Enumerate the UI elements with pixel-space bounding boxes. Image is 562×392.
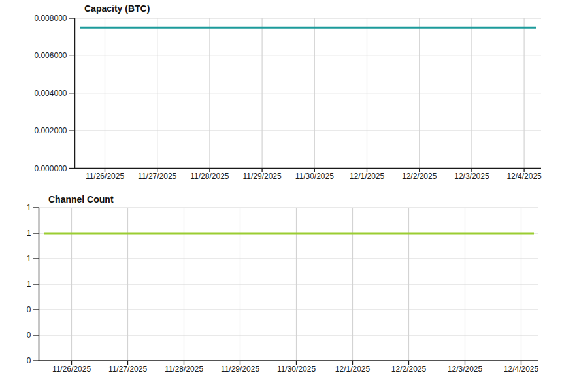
capacity-btc-x-tick-label: 12/3/2025 [454,172,489,181]
channel-count-y-tick-label: 0 [27,305,31,314]
capacity-btc-x-tick-label: 12/4/2025 [506,172,542,181]
capacity-btc-x-tick-label: 11/27/2025 [138,172,176,181]
channel-count-y-tick-label: 0 [27,331,31,340]
channel-count-chart-title: Channel Count [48,194,114,204]
channel-count-x-tick-label: 12/2/2025 [391,365,427,374]
capacity-chart-title: Capacity (BTC) [84,3,150,14]
channel-count-y-tick-label: 1 [27,229,31,238]
capacity-btc-x-tick-label: 11/26/2025 [86,172,124,181]
channel-count-y-tick-label: 0 [27,356,31,365]
channel-count-x-tick-label: 11/26/2025 [52,365,91,374]
capacity-btc-x-tick-label: 12/1/2025 [350,172,385,181]
channel-count-x-tick-label: 11/28/2025 [165,365,203,374]
capacity-btc-y-tick-label: 0.008000 [34,14,67,23]
capacity-btc-y-tick-label: 0.004000 [34,89,67,98]
capacity-btc-x-tick-label: 12/2/2025 [402,172,437,181]
channel-count-x-tick-label: 11/29/2025 [221,365,259,374]
channel-count-x-tick-label: 12/4/2025 [504,365,539,374]
capacity-btc-y-tick-label: 0.000000 [34,164,67,173]
channel-count-y-tick-label: 1 [27,254,31,263]
channel-count-x-tick-label: 12/1/2025 [335,365,371,374]
capacity-btc-y-tick-label: 0.002000 [34,126,67,135]
capacity-btc-y-tick-label: 0.006000 [34,51,67,60]
channel-count-x-tick-label: 11/27/2025 [108,365,147,374]
capacity-btc-x-tick-label: 11/30/2025 [295,172,334,181]
capacity-btc-x-tick-label: 11/29/2025 [243,172,282,181]
channel-count-x-tick-label: 12/3/2025 [448,365,483,374]
channel-count-y-tick-label: 1 [27,280,31,289]
charts-page: Capacity (BTC) Channel Count 11/26/20251… [0,0,562,392]
channel-count-y-tick-label: 1 [27,203,31,212]
capacity-btc-x-tick-label: 11/28/2025 [190,172,229,181]
channel-count-x-tick-label: 11/30/2025 [277,365,316,374]
